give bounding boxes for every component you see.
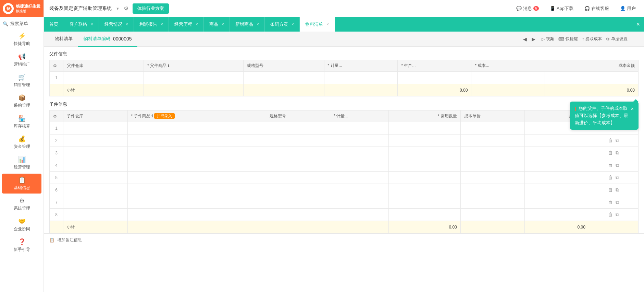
scan-btn[interactable]: 扫码录入 — [154, 113, 175, 119]
child-copy-6[interactable]: ⧉ — [616, 187, 619, 193]
child-unit-1[interactable] — [330, 122, 389, 135]
child-unit-7[interactable] — [330, 196, 389, 209]
tab-customer-close[interactable]: × — [91, 22, 93, 27]
child-quantity-5[interactable] — [389, 172, 460, 184]
child-spec-5[interactable] — [266, 172, 330, 184]
child-quantity-3[interactable] — [389, 147, 460, 159]
tab-profit-close[interactable]: × — [161, 22, 163, 27]
child-delete-3[interactable]: 🗑 — [608, 150, 613, 156]
child-delete-2[interactable]: 🗑 — [608, 138, 613, 143]
parent-warehouse-1[interactable] — [63, 72, 144, 84]
user-btn[interactable]: 👤 用户 — [617, 4, 639, 13]
sidebar-item-marketing[interactable]: 📢 营销推广 — [2, 50, 41, 70]
nav-prev[interactable]: ◀ — [521, 36, 529, 43]
child-quantity-6[interactable] — [389, 184, 460, 196]
app-download-btn[interactable]: 📱 App下载 — [547, 4, 576, 13]
child-warehouse-1[interactable] — [63, 122, 128, 135]
parent-cost-1[interactable] — [471, 72, 545, 84]
child-delete-6[interactable]: 🗑 — [608, 187, 613, 193]
view-action[interactable]: ▷ 视频 — [542, 36, 554, 42]
sidebar-item-inventory[interactable]: 🏪 库存核算 — [2, 112, 41, 132]
sub-tab-bom-code[interactable]: 物料清单编码 0000005 — [78, 32, 137, 47]
child-product-2[interactable] — [127, 135, 266, 147]
child-spec-1[interactable] — [266, 122, 330, 135]
child-unit-cost-5[interactable] — [460, 172, 525, 184]
sidebar-item-cooperation[interactable]: 🤝 企业协同 — [2, 215, 41, 235]
tab-operation[interactable]: 经营情况 × — [99, 17, 134, 32]
child-delete-8[interactable]: 🗑 — [608, 212, 613, 218]
sidebar-item-system[interactable]: ⚙ 系统管理 — [2, 194, 41, 214]
child-product-5[interactable] — [127, 172, 266, 184]
child-spec-7[interactable] — [266, 196, 330, 209]
child-product-3[interactable] — [127, 147, 266, 159]
tab-customer[interactable]: 客户联络 × — [64, 17, 99, 32]
child-spec-2[interactable] — [266, 135, 330, 147]
child-quantity-8[interactable] — [389, 209, 460, 221]
nav-next[interactable]: ▶ — [530, 36, 537, 43]
child-unit-2[interactable] — [330, 135, 389, 147]
child-copy-3[interactable]: ⧉ — [616, 150, 619, 156]
tab-history-close[interactable]: × — [196, 22, 198, 27]
tab-profit[interactable]: 利润报告 × — [134, 17, 169, 32]
child-copy-8[interactable]: ⧉ — [616, 212, 619, 218]
child-warehouse-8[interactable] — [63, 209, 128, 221]
child-unit-cost-6[interactable] — [460, 184, 525, 196]
single-settings-action[interactable]: ⚙ 单据设置 — [606, 36, 628, 42]
child-unit-5[interactable] — [330, 172, 389, 184]
sidebar-item-basic-info[interactable]: 📋 基础信息 — [2, 174, 41, 194]
child-copy-2[interactable]: ⧉ — [616, 138, 619, 143]
child-quantity-2[interactable] — [389, 135, 460, 147]
sidebar-item-guide[interactable]: ❓ 新手引导 — [2, 235, 41, 255]
child-warehouse-2[interactable] — [63, 135, 128, 147]
child-quantity-1[interactable] — [389, 122, 460, 135]
tab-barcode-close[interactable]: × — [292, 22, 294, 27]
child-spec-8[interactable] — [266, 209, 330, 221]
child-unit-6[interactable] — [330, 184, 389, 196]
tab-home[interactable]: 首页 — [44, 17, 64, 32]
tab-new-product[interactable]: 新增商品 × — [230, 17, 265, 32]
child-product-1[interactable] — [127, 122, 266, 135]
online-service-btn[interactable]: 🎧 在线客服 — [582, 4, 612, 13]
child-product-6[interactable] — [127, 184, 266, 196]
parent-product-1[interactable] — [144, 72, 244, 84]
footer-text[interactable]: 增加备注信息 — [57, 237, 82, 243]
tab-history[interactable]: 经营历程 × — [169, 17, 204, 32]
tab-bom[interactable]: 物料清单 × — [300, 17, 335, 32]
sidebar-item-purchase[interactable]: 📦 采购管理 — [2, 91, 41, 111]
shortcut-action[interactable]: ⌨ 快捷键 — [558, 36, 578, 42]
tab-bom-close[interactable]: × — [326, 22, 329, 27]
child-spec-3[interactable] — [266, 147, 330, 159]
child-unit-cost-2[interactable] — [460, 135, 525, 147]
child-warehouse-7[interactable] — [63, 196, 128, 209]
sidebar-item-finance[interactable]: 💰 资金管理 — [2, 132, 41, 152]
tab-product-close[interactable]: × — [222, 22, 224, 27]
parent-production-1[interactable] — [398, 72, 471, 84]
child-unit-cost-4[interactable] — [460, 159, 525, 172]
child-quantity-7[interactable] — [389, 196, 460, 209]
child-unit-4[interactable] — [330, 159, 389, 172]
child-product-8[interactable] — [127, 209, 266, 221]
message-btn[interactable]: 💬 消息 6 — [513, 4, 542, 13]
child-spec-6[interactable] — [266, 184, 330, 196]
child-copy-4[interactable]: ⧉ — [616, 162, 619, 168]
tab-barcode[interactable]: 条码方案 × — [265, 17, 300, 32]
child-unit-3[interactable] — [330, 147, 389, 159]
experience-btn[interactable]: 体验行业方案 — [133, 3, 169, 14]
child-product-4[interactable] — [127, 159, 266, 172]
child-quantity-4[interactable] — [389, 159, 460, 172]
child-warehouse-4[interactable] — [63, 159, 128, 172]
child-delete-4[interactable]: 🗑 — [608, 162, 613, 168]
th-parent-settings[interactable]: ⚙ — [50, 60, 63, 72]
child-warehouse-5[interactable] — [63, 172, 128, 184]
child-unit-cost-8[interactable] — [460, 209, 525, 221]
tab-operation-close[interactable]: × — [126, 22, 128, 27]
child-product-7[interactable] — [127, 196, 266, 209]
tooltip-close-btn[interactable]: × — [631, 105, 634, 113]
close-all-tabs[interactable]: × — [632, 21, 644, 28]
child-warehouse-3[interactable] — [63, 147, 128, 159]
th-child-settings[interactable]: ⚙ — [50, 110, 63, 122]
child-spec-4[interactable] — [266, 159, 330, 172]
extract-cost-action[interactable]: ↑ 提取成本 — [582, 36, 602, 42]
tab-new-product-close[interactable]: × — [257, 22, 259, 27]
tab-product[interactable]: 商品 × — [204, 17, 230, 32]
